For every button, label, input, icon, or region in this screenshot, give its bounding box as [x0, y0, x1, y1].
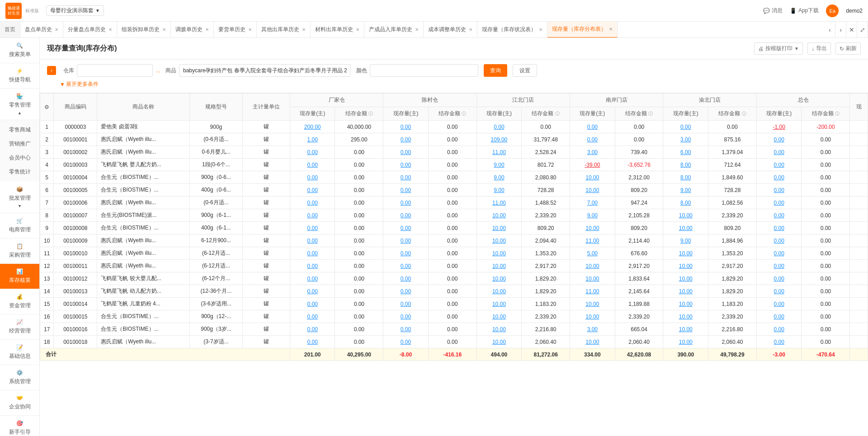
- cell-na-qty[interactable]: 9.00: [570, 209, 615, 222]
- cell-jb-qty[interactable]: 10.00: [476, 209, 522, 222]
- tab-xiancun-fen[interactable]: 现存量（库存分布表） ✕: [547, 22, 618, 38]
- cell-cl-qty[interactable]: 0.00: [383, 121, 429, 133]
- cell-cl-qty[interactable]: 0.00: [383, 184, 429, 197]
- tab-chengben[interactable]: 成本调整单历史 ✕: [424, 22, 477, 38]
- cell-yb-qty[interactable]: 10.00: [663, 209, 708, 222]
- expand-arrow-btn[interactable]: ›: [47, 66, 56, 75]
- cell-jb-qty[interactable]: 10.00: [476, 336, 522, 348]
- cell-f-qty[interactable]: 0.00: [290, 285, 335, 298]
- cell-cl-qty[interactable]: 0.00: [383, 260, 429, 272]
- cell-na-qty[interactable]: 10.00: [570, 272, 615, 285]
- sidebar-item-search[interactable]: 🔍 搜索英单: [0, 38, 39, 63]
- cell-na-qty[interactable]: 10.00: [570, 298, 615, 310]
- tab-pandian-close[interactable]: ✕: [55, 27, 58, 32]
- print-btn[interactable]: 🖨 按模版打印 ▼: [754, 42, 803, 55]
- cell-cl-qty[interactable]: 0.00: [383, 197, 429, 209]
- warehouse-dots-btn[interactable]: ...: [156, 67, 160, 74]
- cell-f-qty[interactable]: 0.00: [290, 159, 335, 171]
- cell-cl-qty[interactable]: 0.00: [383, 323, 429, 336]
- cell-na-qty[interactable]: 10.00: [570, 171, 615, 184]
- tab-xiancun-kuang-close[interactable]: ✕: [539, 27, 542, 32]
- cell-jb-qty[interactable]: 10.00: [476, 222, 522, 234]
- cell-f-qty[interactable]: 0.00: [290, 184, 335, 197]
- cell-f-qty[interactable]: 0.00: [290, 234, 335, 247]
- cell-yb-qty[interactable]: 10.00: [663, 323, 708, 336]
- cell-na-qty[interactable]: 10.00: [570, 184, 615, 197]
- tab-fen-pandian[interactable]: 分量盘点单历史 ✕: [63, 22, 117, 38]
- cell-yb-qty[interactable]: 9.00: [663, 234, 708, 247]
- cell-yb-qty[interactable]: 10.00: [663, 247, 708, 260]
- cell-na-qty[interactable]: 7.00: [570, 197, 615, 209]
- company-dropdown[interactable]: 母婴行业演示陈套 ▼: [46, 5, 104, 16]
- tab-pandian[interactable]: 盘点单历史 ✕: [20, 22, 63, 38]
- cell-jb-qty[interactable]: 10.00: [476, 285, 522, 298]
- cell-f-qty[interactable]: 200.00: [290, 121, 335, 133]
- tab-chengpin-ruku-close[interactable]: ✕: [415, 27, 419, 32]
- cell-yb-qty[interactable]: 8.00: [663, 159, 708, 171]
- cell-cl-qty[interactable]: 0.00: [383, 133, 429, 146]
- cell-jb-qty[interactable]: 10.00: [476, 260, 522, 272]
- message-btn[interactable]: 💬 消息: [763, 7, 783, 14]
- color-input[interactable]: [370, 64, 478, 77]
- cell-jb-qty[interactable]: 10.00: [476, 247, 522, 260]
- cell-f-qty[interactable]: 0.00: [290, 298, 335, 310]
- cell-tot-qty[interactable]: 0.00: [756, 336, 802, 348]
- cell-cl-qty[interactable]: 0.00: [383, 272, 429, 285]
- sidebar-item-inventory[interactable]: 📊 库存核算: [0, 264, 39, 289]
- cell-f-qty[interactable]: 0.00: [290, 323, 335, 336]
- search-button[interactable]: 查询: [484, 64, 507, 77]
- cell-tot-qty[interactable]: 0.00: [756, 310, 802, 323]
- cell-f-qty[interactable]: 0.00: [290, 146, 335, 159]
- cell-yb-qty[interactable]: 10.00: [663, 285, 708, 298]
- cell-jb-qty[interactable]: 10.00: [476, 234, 522, 247]
- tab-zuze-close[interactable]: ✕: [162, 27, 166, 32]
- cell-na-qty[interactable]: -39.00: [570, 159, 615, 171]
- tab-yaohuo-close[interactable]: ✕: [248, 27, 252, 32]
- tab-home[interactable]: 首页: [0, 22, 20, 38]
- cell-na-qty[interactable]: 11.00: [570, 285, 615, 298]
- cell-tot-qty[interactable]: 0.00: [756, 159, 802, 171]
- cell-jb-qty[interactable]: 10.00: [476, 323, 522, 336]
- tab-prev-btn[interactable]: ‹: [825, 22, 835, 38]
- tab-zuze[interactable]: 组装拆卸单历史 ✕: [117, 22, 171, 38]
- cell-cl-qty[interactable]: 0.00: [383, 171, 429, 184]
- cell-cl-qty[interactable]: 0.00: [383, 336, 429, 348]
- cell-yb-qty[interactable]: 9.00: [663, 184, 708, 197]
- cell-cl-qty[interactable]: 0.00: [383, 298, 429, 310]
- cell-na-qty[interactable]: 5.00: [570, 247, 615, 260]
- cell-na-qty[interactable]: 0.00: [570, 121, 615, 133]
- tab-chengben-close[interactable]: ✕: [469, 27, 472, 32]
- cell-f-qty[interactable]: 0.00: [290, 209, 335, 222]
- cell-na-qty[interactable]: 3.00: [570, 146, 615, 159]
- cell-yb-qty[interactable]: 8.00: [663, 171, 708, 184]
- cell-tot-qty[interactable]: 0.00: [756, 272, 802, 285]
- cell-yb-qty[interactable]: 0.00: [663, 121, 708, 133]
- cell-yb-qty[interactable]: 8.00: [663, 197, 708, 209]
- cell-tot-qty[interactable]: 0.00: [756, 184, 802, 197]
- tab-diaobo-close[interactable]: ✕: [205, 27, 209, 32]
- cell-f-qty[interactable]: 0.00: [290, 310, 335, 323]
- cell-cl-qty[interactable]: 0.00: [383, 209, 429, 222]
- setting-button[interactable]: 设置: [513, 64, 537, 77]
- cell-jb-qty[interactable]: 11.00: [476, 146, 522, 159]
- refresh-btn[interactable]: ↻ 刷新: [835, 42, 861, 55]
- cell-na-qty[interactable]: 0.00: [570, 133, 615, 146]
- sidebar-item-ecommerce[interactable]: 🛒 电商管理: [0, 213, 39, 239]
- sidebar-item-guide[interactable]: 🎯 新手引导: [0, 416, 39, 436]
- user-avatar[interactable]: Ea: [826, 5, 839, 17]
- tab-xiancun-fen-close[interactable]: ✕: [609, 27, 613, 32]
- cell-jb-qty[interactable]: 0.00: [476, 121, 522, 133]
- cell-f-qty[interactable]: 0.00: [290, 260, 335, 272]
- cell-f-qty[interactable]: 0.00: [290, 272, 335, 285]
- cell-jb-qty[interactable]: 109.00: [476, 133, 522, 146]
- cell-jb-qty[interactable]: 10.00: [476, 272, 522, 285]
- cell-cl-qty[interactable]: 0.00: [383, 234, 429, 247]
- expand-more-btn[interactable]: ▼ 展开更多条件: [60, 80, 99, 88]
- tab-expand-btn[interactable]: ⤢: [857, 22, 868, 38]
- cell-f-qty[interactable]: 0.00: [290, 247, 335, 260]
- cell-yb-qty[interactable]: 10.00: [663, 310, 708, 323]
- cell-yb-qty[interactable]: 10.00: [663, 272, 708, 285]
- sidebar-item-quicknav[interactable]: ⚡ 快捷导航: [0, 63, 39, 89]
- tab-yaohuo[interactable]: 要货单历史 ✕: [214, 22, 257, 38]
- cell-tot-qty[interactable]: 0.00: [756, 285, 802, 298]
